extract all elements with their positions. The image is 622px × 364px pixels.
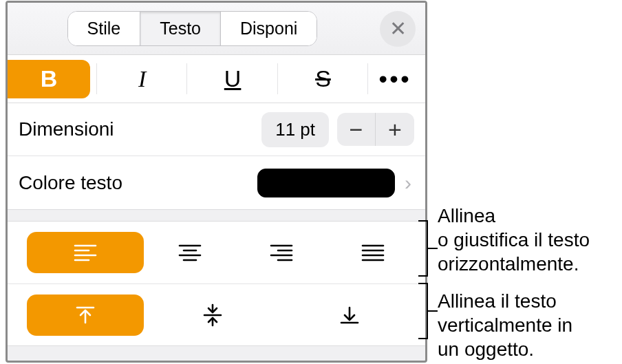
horizontal-align-row (8, 222, 425, 283)
valign-middle-button[interactable] (144, 284, 281, 345)
tab-style[interactable]: Stile (68, 12, 141, 45)
align-center-icon (178, 244, 202, 261)
font-style-row: B I U S ••• (8, 55, 425, 103)
alignment-group (8, 221, 425, 346)
align-left-button[interactable] (27, 232, 144, 273)
underline-button[interactable]: U (187, 55, 277, 103)
bold-pill: B (8, 60, 90, 98)
size-label: Dimensioni (19, 118, 261, 140)
more-styles-button[interactable]: ••• (368, 55, 422, 103)
size-stepper-buttons: − + (337, 113, 414, 146)
strikethrough-button[interactable]: S (278, 55, 368, 103)
align-right-button[interactable] (235, 222, 327, 283)
align-justify-icon (361, 244, 385, 261)
align-center-button[interactable] (144, 222, 235, 283)
tab-bar: Stile Testo Disponi ✕ (8, 3, 425, 55)
italic-button[interactable]: I (97, 55, 187, 103)
callout-vertical: Allinea il testo verticalmente in un ogg… (438, 289, 572, 361)
segmented-control: Stile Testo Disponi (67, 11, 318, 46)
format-panel: Stile Testo Disponi ✕ B I U S ••• Dim (6, 1, 427, 363)
tab-arrange[interactable]: Disponi (221, 12, 317, 45)
size-color-group: Dimensioni 11 pt − + Colore testo › (8, 103, 425, 210)
size-increase-button[interactable]: + (376, 113, 414, 146)
text-color-row[interactable]: Colore testo › (8, 156, 425, 209)
close-button[interactable]: ✕ (380, 11, 416, 47)
align-right-icon (270, 244, 293, 261)
callout-horizontal: Allinea o giustifica il testo orizzontal… (438, 204, 590, 276)
more-icon: ••• (379, 65, 412, 92)
valign-bottom-button[interactable] (281, 284, 419, 345)
valign-middle-icon (202, 303, 223, 327)
size-row: Dimensioni 11 pt − + (8, 103, 425, 156)
text-color-label: Colore testo (19, 172, 257, 194)
text-color-swatch[interactable] (257, 169, 395, 197)
callout-tee-horizontal (428, 248, 438, 249)
callout-tee-vertical (428, 310, 438, 312)
bold-button[interactable]: B (8, 55, 97, 103)
tab-text[interactable]: Testo (140, 12, 221, 45)
callout-bracket-horizontal (418, 220, 428, 277)
size-decrease-button[interactable]: − (337, 113, 376, 146)
size-value[interactable]: 11 pt (261, 112, 329, 147)
callout-bracket-vertical (418, 283, 428, 339)
align-justify-button[interactable] (327, 222, 418, 283)
align-left-icon (74, 244, 97, 261)
close-icon: ✕ (389, 17, 407, 41)
chevron-right-icon: › (402, 171, 414, 195)
valign-top-icon (75, 305, 96, 325)
size-stepper: 11 pt − + (261, 112, 414, 147)
valign-top-button[interactable] (27, 295, 144, 336)
valign-bottom-icon (339, 305, 360, 325)
vertical-align-row (8, 283, 425, 345)
